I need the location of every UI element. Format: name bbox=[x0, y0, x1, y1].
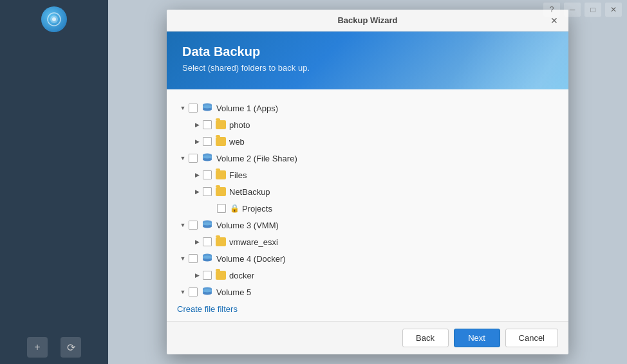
item-label: photo bbox=[229, 120, 250, 130]
item-label: NetBackup bbox=[229, 187, 270, 197]
item-label: vmware_esxi bbox=[229, 237, 278, 247]
maximize-button[interactable]: □ bbox=[585, 3, 601, 17]
app-logo bbox=[41, 6, 67, 32]
chevron-icon[interactable] bbox=[191, 269, 203, 281]
checkbox-vol1[interactable] bbox=[189, 104, 198, 113]
checkbox-netbackup[interactable] bbox=[203, 187, 212, 196]
checkbox-projects[interactable] bbox=[217, 204, 226, 213]
tree-item[interactable]: NetBackup bbox=[174, 183, 561, 200]
minimize-button[interactable]: ─ bbox=[564, 3, 581, 17]
chevron-icon[interactable] bbox=[191, 136, 203, 147]
desktop: + ⟳ Backup Wizard ✕ Data Backup Select (… bbox=[0, 0, 627, 364]
svg-point-22 bbox=[203, 289, 212, 293]
sidebar: + ⟳ bbox=[0, 0, 108, 364]
back-button[interactable]: Back bbox=[402, 329, 449, 347]
next-button[interactable]: Next bbox=[454, 329, 500, 347]
checkbox-files[interactable] bbox=[203, 170, 212, 179]
folder-tree: Volume 1 (Apps) photo web bbox=[167, 100, 568, 300]
svg-point-14 bbox=[203, 223, 212, 226]
folder-icon bbox=[216, 170, 226, 179]
volume-icon bbox=[201, 219, 213, 231]
chevron-icon[interactable] bbox=[177, 286, 189, 298]
folder-icon bbox=[216, 237, 226, 246]
modal-footer: Back Next Cancel bbox=[167, 321, 568, 354]
item-label: docker bbox=[229, 271, 254, 280]
lock-icon: 🔒 bbox=[230, 204, 239, 213]
modal-body: Volume 1 (Apps) photo web bbox=[167, 89, 568, 321]
history-button[interactable]: ⟳ bbox=[61, 337, 81, 358]
checkbox-docker[interactable] bbox=[203, 271, 212, 280]
backup-wizard-modal: Backup Wizard ✕ Data Backup Select (shar… bbox=[167, 10, 568, 354]
chevron-icon[interactable] bbox=[191, 119, 203, 131]
checkbox-vmware[interactable] bbox=[203, 237, 212, 246]
folder-icon bbox=[216, 137, 226, 146]
tree-item[interactable]: docker bbox=[174, 267, 561, 284]
svg-point-10 bbox=[203, 156, 212, 159]
volume-icon bbox=[201, 152, 213, 164]
page-subtitle: Select (shared) folders to back up. bbox=[182, 63, 553, 73]
chevron-icon[interactable] bbox=[177, 253, 189, 264]
item-label: Files bbox=[229, 170, 247, 180]
modal-title: Backup Wizard bbox=[187, 15, 548, 25]
tree-item[interactable]: vmware_esxi bbox=[174, 233, 561, 250]
sidebar-bottom: + ⟳ bbox=[27, 337, 81, 358]
tree-item[interactable]: web bbox=[174, 133, 561, 150]
folder-icon bbox=[216, 187, 226, 196]
checkbox-photo[interactable] bbox=[203, 120, 212, 129]
add-button[interactable]: + bbox=[27, 337, 48, 358]
item-label: Projects bbox=[242, 204, 272, 214]
window-chrome: ? ─ □ ✕ bbox=[543, 0, 627, 19]
page-title: Data Backup bbox=[182, 44, 553, 59]
chevron-icon[interactable] bbox=[177, 152, 189, 164]
modal-titlebar: Backup Wizard ✕ bbox=[167, 10, 568, 32]
window-close-button[interactable]: ✕ bbox=[605, 3, 622, 17]
folder-icon bbox=[216, 271, 226, 280]
tree-item[interactable]: Volume 5 bbox=[174, 284, 561, 300]
svg-point-6 bbox=[203, 105, 212, 109]
tree-item[interactable]: Volume 3 (VMM) bbox=[174, 217, 561, 233]
checkbox-vol2[interactable] bbox=[189, 154, 198, 163]
modal-overlay: Backup Wizard ✕ Data Backup Select (shar… bbox=[108, 0, 627, 364]
svg-point-2 bbox=[52, 17, 56, 21]
modal-header: Data Backup Select (shared) folders to b… bbox=[167, 32, 568, 89]
chevron-icon[interactable] bbox=[191, 186, 203, 197]
chevron-icon[interactable] bbox=[191, 169, 203, 181]
item-label: Volume 5 bbox=[216, 287, 251, 297]
item-label: Volume 3 (VMM) bbox=[216, 221, 279, 230]
volume-icon bbox=[201, 253, 213, 264]
checkbox-vol4[interactable] bbox=[189, 254, 198, 263]
folder-icon bbox=[216, 120, 226, 129]
tree-item[interactable]: photo bbox=[174, 116, 561, 133]
item-label: web bbox=[229, 137, 245, 147]
tree-item[interactable]: Volume 4 (Docker) bbox=[174, 250, 561, 267]
tree-item[interactable]: Volume 1 (Apps) bbox=[174, 100, 561, 116]
chevron-icon[interactable] bbox=[191, 236, 203, 248]
chevron-icon[interactable] bbox=[177, 219, 189, 231]
item-label: Volume 2 (File Share) bbox=[216, 154, 297, 163]
item-label: Volume 4 (Docker) bbox=[216, 254, 286, 264]
item-label: Volume 1 (Apps) bbox=[216, 104, 278, 113]
tree-item[interactable]: Volume 2 (File Share) bbox=[174, 150, 561, 167]
volume-icon bbox=[201, 286, 213, 298]
checkbox-vol5[interactable] bbox=[189, 287, 198, 296]
volume-icon bbox=[201, 102, 213, 114]
create-file-filters-link[interactable]: Create file filters bbox=[167, 300, 248, 318]
checkbox-web[interactable] bbox=[203, 137, 212, 146]
cancel-button[interactable]: Cancel bbox=[505, 329, 558, 347]
chevron-icon[interactable] bbox=[177, 102, 189, 114]
tree-item[interactable]: Files bbox=[174, 167, 561, 183]
checkbox-vol3[interactable] bbox=[189, 221, 198, 230]
svg-point-18 bbox=[203, 256, 212, 259]
tree-item[interactable]: 🔒 Projects bbox=[174, 200, 561, 217]
help-button[interactable]: ? bbox=[543, 3, 560, 17]
